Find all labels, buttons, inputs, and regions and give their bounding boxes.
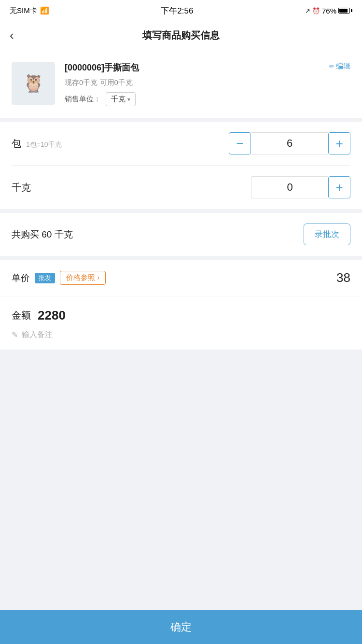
product-thumb-icon: 🦉	[23, 73, 44, 94]
chevron-down-icon: ▾	[127, 96, 130, 103]
price-badge: 批发	[35, 273, 55, 283]
qty-pack-decrement[interactable]: −	[229, 132, 251, 154]
product-unit-row: 销售单位： 千克 ▾	[65, 92, 350, 106]
status-right: ↗ ⏰ 76%	[305, 7, 352, 15]
qty-pack-sublabel: 1包=10千克	[26, 140, 62, 149]
product-info: [0000006]手撕面包 ✏ 编辑 现存0千克 可用0千克 销售单位： 千克 …	[65, 62, 350, 106]
location-icon: ↗	[305, 7, 310, 14]
nav-bar: ‹ 填写商品购买信息	[0, 21, 362, 50]
battery-icon	[338, 8, 352, 14]
qty-pack-label-group: 包 1包=10千克	[12, 137, 62, 150]
batch-button[interactable]: 录批次	[304, 224, 350, 245]
confirm-label: 确定	[170, 620, 192, 634]
qty-kg-label: 千克	[12, 181, 31, 194]
price-section: 单价 批发 价格参照 › 38	[0, 256, 362, 296]
price-label-group: 单价 批发 价格参照 ›	[12, 271, 106, 285]
back-button[interactable]: ‹	[10, 28, 14, 43]
qty-kg-increment[interactable]: +	[328, 176, 350, 198]
amount-value: 2280	[38, 308, 66, 323]
amount-label: 金额	[12, 309, 31, 322]
bottom-spacer	[0, 350, 362, 446]
product-stock: 现存0千克 可用0千克	[65, 78, 350, 87]
note-icon: ✎	[12, 330, 18, 339]
status-bar: 无SIM卡 📶 下午2:56 ↗ ⏰ 76%	[0, 0, 362, 21]
price-ref-button[interactable]: 价格参照 ›	[60, 271, 106, 285]
edit-button[interactable]: ✏ 编辑	[329, 62, 350, 71]
qty-row-pack: 包 1包=10千克 − +	[12, 122, 350, 166]
nav-title: 填写商品购买信息	[142, 29, 220, 42]
total-section: 共购买 60 千克 录批次	[0, 209, 362, 256]
qty-pack-label: 包	[12, 137, 21, 150]
price-value: 38	[336, 270, 350, 285]
qty-pack-input[interactable]	[251, 132, 328, 154]
total-text: 共购买 60 千克	[12, 228, 73, 241]
note-row[interactable]: ✎ 输入备注	[12, 330, 350, 345]
amount-row: 金额 2280	[12, 308, 350, 323]
confirm-button[interactable]: 确定	[0, 610, 362, 644]
status-time: 下午2:56	[161, 5, 193, 16]
product-thumbnail: 🦉	[12, 62, 55, 105]
status-carrier: 无SIM卡 📶	[10, 6, 49, 15]
price-label: 单价	[12, 272, 30, 284]
qty-row-kg: 千克 +	[12, 166, 350, 209]
battery-percent: 76%	[322, 7, 336, 15]
qty-kg-input[interactable]	[251, 176, 328, 198]
wifi-icon: 📶	[40, 6, 49, 15]
qty-pack-increment[interactable]: +	[328, 132, 350, 154]
amount-section: 金额 2280 ✎ 输入备注	[0, 296, 362, 350]
qty-pack-controls: − +	[229, 132, 350, 154]
unit-select[interactable]: 千克 ▾	[106, 92, 136, 106]
product-card: 🦉 [0000006]手撕面包 ✏ 编辑 现存0千克 可用0千克 销售单位： 千…	[0, 50, 362, 122]
unit-label: 销售单位：	[65, 95, 101, 104]
note-placeholder: 输入备注	[22, 330, 53, 340]
alarm-icon: ⏰	[312, 7, 320, 14]
product-name-row: [0000006]手撕面包 ✏ 编辑	[65, 62, 350, 73]
qty-kg-controls: +	[251, 176, 350, 198]
qty-kg-label-group: 千克	[12, 181, 31, 194]
product-name: [0000006]手撕面包	[65, 62, 329, 73]
quantity-section: 包 1包=10千克 − + 千克 +	[0, 122, 362, 209]
